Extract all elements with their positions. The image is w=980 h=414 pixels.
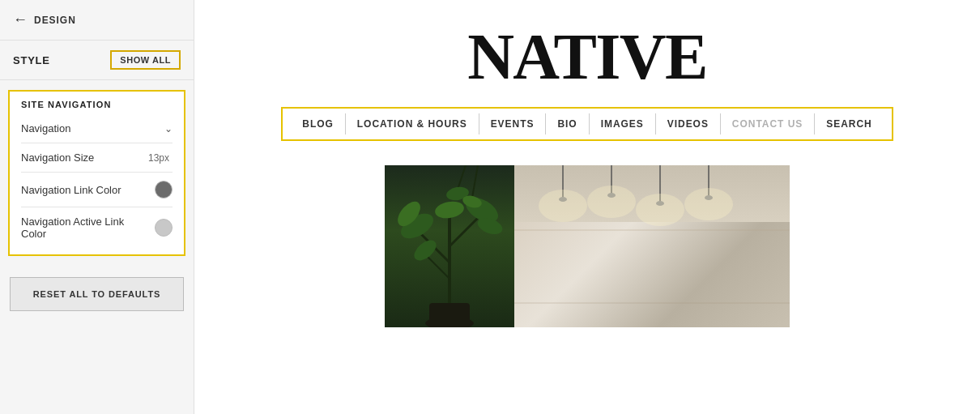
navigation-link-color-swatch[interactable] [155, 181, 173, 198]
svg-point-25 [587, 186, 636, 218]
divider [21, 143, 173, 143]
nav-item-videos[interactable]: VIDEOS [656, 113, 721, 134]
svg-line-14 [472, 165, 478, 198]
navigation-size-value: 13px [148, 152, 169, 164]
navigation-link-color-label: Navigation Link Color [21, 184, 155, 196]
style-label: STYLE [13, 54, 110, 66]
svg-line-12 [458, 165, 466, 190]
sidebar-header: ← DESIGN [0, 0, 194, 41]
navigation-bar: BLOG LOCATION & HOURS EVENTS BIO IMAGES … [281, 107, 893, 141]
site-nav-section: SITE NAVIGATION Navigation ⌄ Navigation … [8, 90, 185, 256]
chevron-down-icon: ⌄ [164, 123, 173, 134]
preview-image [385, 165, 790, 327]
navigation-active-link-label: Navigation Active LinkColor [21, 216, 155, 240]
preview-image-left [385, 165, 514, 327]
navigation-active-link-color-swatch[interactable] [155, 219, 173, 237]
nav-item-bio[interactable]: BIO [546, 113, 589, 134]
svg-line-4 [450, 214, 482, 246]
section-title: SITE NAVIGATION [10, 100, 184, 116]
main-content: NATIVE BLOG LOCATION & HOURS EVENTS BIO … [194, 0, 980, 414]
nav-item-contact[interactable]: CONTACT US [721, 113, 815, 134]
nav-item-location[interactable]: LOCATION & HOURS [346, 113, 479, 134]
nav-item-events[interactable]: EVENTS [479, 113, 547, 134]
navigation-size-row[interactable]: Navigation Size 13px [10, 145, 184, 170]
preview-image-right [514, 165, 790, 327]
sidebar: ← DESIGN STYLE SHOW ALL SITE NAVIGATION … [0, 0, 194, 414]
interior-svg [514, 165, 790, 327]
nav-item-search[interactable]: SEARCH [815, 113, 883, 134]
svg-point-26 [636, 194, 684, 226]
navigation-active-link-color-row[interactable]: Navigation Active LinkColor [10, 209, 184, 246]
reset-all-button[interactable]: RESET ALL TO DEFAULTS [10, 277, 184, 311]
divider-2 [21, 172, 173, 173]
svg-rect-1 [429, 303, 470, 327]
back-arrow-icon[interactable]: ← [13, 11, 28, 28]
style-row: STYLE SHOW ALL [0, 41, 194, 80]
svg-point-27 [684, 188, 733, 220]
design-label: DESIGN [34, 15, 76, 26]
divider-3 [21, 207, 173, 207]
navigation-row[interactable]: Navigation ⌄ [10, 116, 184, 141]
navigation-link-color-row[interactable]: Navigation Link Color [10, 174, 184, 205]
plant-svg [385, 165, 514, 327]
navigation-label: Navigation [21, 122, 164, 134]
navigation-size-label: Navigation Size [21, 152, 148, 164]
site-title: NATIVE [467, 0, 707, 89]
svg-point-9 [411, 237, 440, 264]
show-all-button[interactable]: SHOW ALL [110, 50, 181, 70]
svg-point-8 [434, 199, 466, 220]
nav-item-blog[interactable]: BLOG [291, 113, 346, 134]
nav-item-images[interactable]: IMAGES [590, 113, 656, 134]
svg-point-24 [539, 190, 587, 222]
